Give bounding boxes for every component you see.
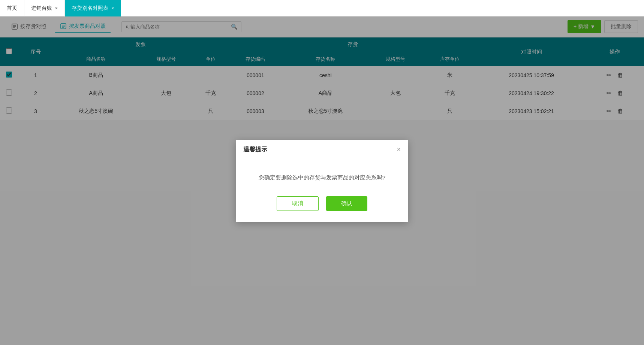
dialog-confirm-button[interactable]: 确认 — [326, 196, 367, 211]
dialog-footer: 取消 确认 — [236, 193, 408, 222]
dialog-header: 温馨提示 × — [236, 140, 408, 159]
tab-bar: 首页 进销台账 × 存货别名对照表 × — [0, 0, 644, 16]
dialog: 温馨提示 × 您确定要删除选中的存货与发票商品的对应关系吗? 取消 确认 — [236, 140, 408, 222]
dialog-title: 温馨提示 — [243, 146, 267, 154]
dialog-body: 您确定要删除选中的存货与发票商品的对应关系吗? — [236, 159, 408, 193]
overlay: 温馨提示 × 您确定要删除选中的存货与发票商品的对应关系吗? 取消 确认 — [0, 16, 644, 345]
tab-home[interactable]: 首页 — [0, 0, 24, 16]
dialog-message: 您确定要删除选中的存货与发票商品的对应关系吗? — [259, 174, 385, 181]
dialog-close-button[interactable]: × — [397, 146, 401, 153]
tab-ledger[interactable]: 进销台账 × — [24, 0, 65, 16]
tab-inventory[interactable]: 存货别名对照表 × — [65, 0, 121, 16]
main-area: 按存货对照 按发票商品对照 🔍 + 新增 ▼ 批量删除 — [0, 16, 644, 345]
tab-ledger-close[interactable]: × — [55, 6, 58, 11]
dialog-cancel-button[interactable]: 取消 — [277, 196, 319, 211]
tab-inventory-close[interactable]: × — [111, 6, 114, 11]
